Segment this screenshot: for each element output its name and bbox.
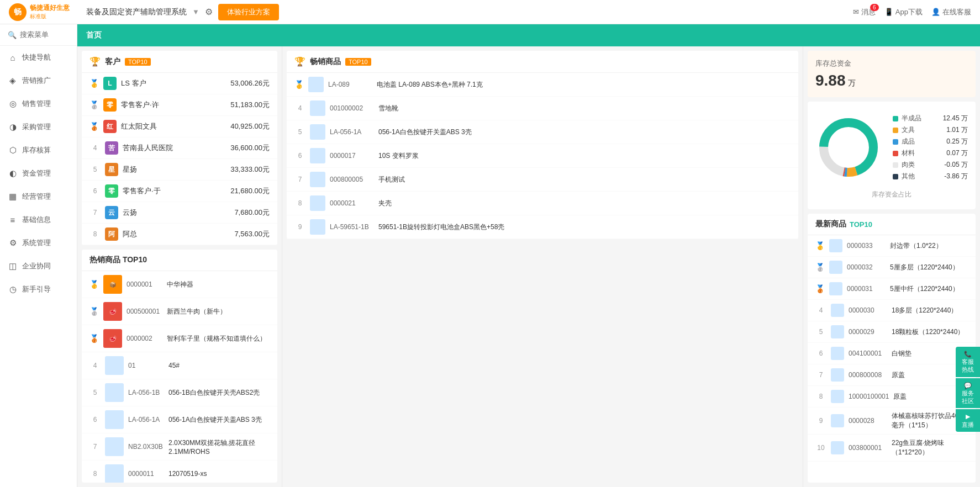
sold-medal-1: 🥇 <box>294 80 304 89</box>
sold-row-7: 9 LA-59651-1B 59651-1B旋转投影灯电池盒ABS黑色+58壳 <box>287 215 798 239</box>
hot-name-4: 45# <box>168 362 270 369</box>
inventory-amount-container: 9.88 万 <box>815 72 968 89</box>
sidebar-item-basic[interactable]: ≡ 基础信息 <box>0 208 77 231</box>
customer-rank-row-8: 8 阿 阿总 7,563.00元 <box>82 224 277 245</box>
customer-name-8: 阿总 <box>123 229 230 239</box>
legend-dot-1 <box>893 116 898 121</box>
legend-value-4: 0.07 万 <box>946 149 968 158</box>
hot-code-1: 0000001 <box>127 280 162 288</box>
legend-value-5: -0.05 万 <box>944 160 968 170</box>
hot-name-5: 056-1B白色按键开关壳ABS2壳 <box>168 388 270 398</box>
customer-icon-6: 零 <box>105 184 118 198</box>
app-download-button[interactable]: 📱 App下载 <box>884 7 923 17</box>
newest-name-2: 5厘多层（1220*2440） <box>890 263 968 272</box>
hot-name-6: 056-1A白色按键开关盖ABS 3壳 <box>168 415 270 425</box>
sidebar-item-guide[interactable]: ◷ 新手引导 <box>0 278 77 301</box>
trial-button[interactable]: 体验行业方案 <box>218 4 279 20</box>
hot-name-8: 12070519-xs <box>168 470 270 478</box>
sidebar-item-marketing[interactable]: ◈ 营销推广 <box>0 69 77 92</box>
hot-name-3: 智利车子里（规格不知道填什么） <box>167 334 270 343</box>
hot-medal-3: 🥉 <box>89 334 99 343</box>
dropdown-icon[interactable]: ▼ <box>192 8 199 16</box>
newest-title: 最新商品 <box>815 219 846 229</box>
customer-amount-1: 53,006.26元 <box>230 78 270 88</box>
company-icon: ◫ <box>8 261 18 271</box>
legend-item-3: 成品 0.25 万 <box>893 136 968 147</box>
hot-products-card: 热销商品 TOP10 🥇 📦 0000001 中华神器 🥈 <box>82 250 277 483</box>
cs-community-button[interactable]: 💬 服务社区 <box>956 378 980 409</box>
newest-code-4: 0000030 <box>849 306 887 314</box>
sold-products-card: 🏆 畅销商品 TOP10 🥇 LA-089 电池盖 LA-089 ABS本色+黑… <box>287 51 798 239</box>
right-panel: 库存总资金 9.88 万 <box>803 46 980 487</box>
sidebar-item-system[interactable]: ⚙ 系统管理 <box>0 231 77 255</box>
newest-row-8: 8 10000100001 原盖 <box>808 386 976 407</box>
legend-label-5: 肉类 <box>902 160 941 170</box>
hot-product-row-1: 🥇 📦 0000001 中华神器 <box>82 271 277 298</box>
sold-row-5: 7 000800005 手机测试 <box>287 168 798 192</box>
customer-rank-row-6: 6 零 零售客户·于 21,680.00元 <box>82 181 277 202</box>
newest-img-4 <box>831 304 844 317</box>
customer-icon-5: 星 <box>105 163 118 176</box>
newest-code-1: 0000033 <box>847 242 886 250</box>
hot-name-2: 新西兰牛肉（新牛） <box>167 307 270 316</box>
guide-icon: ◷ <box>8 284 18 294</box>
operation-icon: ▦ <box>8 192 18 202</box>
customer-name-3: 红太阳文具 <box>121 121 226 131</box>
sold-name-3: 056-1A白色按键开关盖ABS 3壳 <box>378 128 791 137</box>
sidebar-item-finance[interactable]: ◐ 资金管理 <box>0 162 77 185</box>
legend-dot-4 <box>893 151 898 156</box>
sold-row-3: 5 LA-056-1A 056-1A白色按键开关盖ABS 3壳 <box>287 120 798 144</box>
hot-code-2: 000500001 <box>127 308 162 315</box>
header-right: ✉ 消息 6 📱 App下载 👤 在线客服 <box>853 7 971 17</box>
settings-icon[interactable]: ⚙ <box>205 7 213 17</box>
newest-img-10 <box>831 441 844 454</box>
hot-product-row-2: 🥈 🥩 000500001 新西兰牛肉（新牛） <box>82 298 277 325</box>
sold-code-6: 0000021 <box>330 199 374 207</box>
hot-product-row-8: 8 0000011 12070519-xs <box>82 460 277 483</box>
customer-amount-7: 7,680.00元 <box>234 208 270 218</box>
phone-icon: 📱 <box>884 8 893 16</box>
sidebar-item-sales[interactable]: ◎ 销售管理 <box>0 92 77 115</box>
online-service-button[interactable]: 👤 在线客服 <box>931 7 971 17</box>
customer-icon-3: 红 <box>103 120 117 133</box>
sold-name-7: 59651-1B旋转投影灯电池盒ABS黑色+58壳 <box>378 223 791 232</box>
newest-img-8 <box>831 390 844 403</box>
legend-dot-6 <box>893 174 898 179</box>
newest-code-2: 0000032 <box>847 263 886 271</box>
newest-medal-3: 🥉 <box>815 284 825 293</box>
sidebar-item-operation[interactable]: ▦ 经营管理 <box>0 185 77 208</box>
sidebar-item-home[interactable]: ⌂ 快捷导航 <box>0 46 77 69</box>
sidebar-item-inventory[interactable]: ⬡ 库存核算 <box>0 139 77 162</box>
cs-hotline-button[interactable]: 📞 客服热线 <box>956 347 980 377</box>
newest-img-2 <box>829 261 842 274</box>
sold-name-5: 手机测试 <box>378 175 791 184</box>
hot-product-row-4: 4 01 45# <box>82 352 277 379</box>
customer-amount-8: 7,563.00元 <box>234 229 270 239</box>
customer-icon-1: L <box>103 77 117 90</box>
hot-code-7: NB2.0X30B <box>128 443 164 451</box>
customer-ranking-card: 🏆 客户 TOP10 🥇 L LS 客户 53,006.26元 🥈 零 <box>82 51 277 245</box>
sidebar-item-purchase[interactable]: ◑ 采购管理 <box>0 115 77 139</box>
newest-medal-1: 🥇 <box>815 241 825 250</box>
donut-chart <box>815 114 882 181</box>
legend-item-2: 文具 1.01 万 <box>893 124 968 136</box>
customer-rank-row-4: 4 苦 苦南县人民医院 36,600.00元 <box>82 137 277 159</box>
hot-img-7 <box>105 437 124 456</box>
newest-row-3: 🥉 0000031 5厘中纤（1220*2440） <box>808 278 976 300</box>
sold-row-4: 6 0000017 10S 变料罗浆 <box>287 144 798 168</box>
sold-name-4: 10S 变料罗浆 <box>378 151 791 161</box>
sidebar-item-company[interactable]: ◫ 企业协同 <box>0 255 77 278</box>
sold-row-1: 🥇 LA-089 电池盖 LA-089 ABS本色+黑种 7.1克 <box>287 73 798 97</box>
hot-img-4 <box>105 356 124 375</box>
trophy-icon: 🏆 <box>89 56 101 67</box>
newest-row-6: 6 004100001 白钢垫 <box>808 343 976 364</box>
legend-value-6: -3.86 万 <box>944 172 968 181</box>
search-menu[interactable]: 🔍 搜索菜单 <box>0 24 77 46</box>
cs-live-button[interactable]: ▶ 直播 <box>956 409 980 432</box>
sold-badge: TOP10 <box>345 58 371 66</box>
hot-img-2: 🥩 <box>103 302 122 321</box>
medal-2: 🥈 <box>89 100 99 109</box>
messages-button[interactable]: ✉ 消息 6 <box>853 7 876 17</box>
newest-badge: TOP10 <box>850 220 872 229</box>
customer-name-7: 云扬 <box>123 208 230 218</box>
